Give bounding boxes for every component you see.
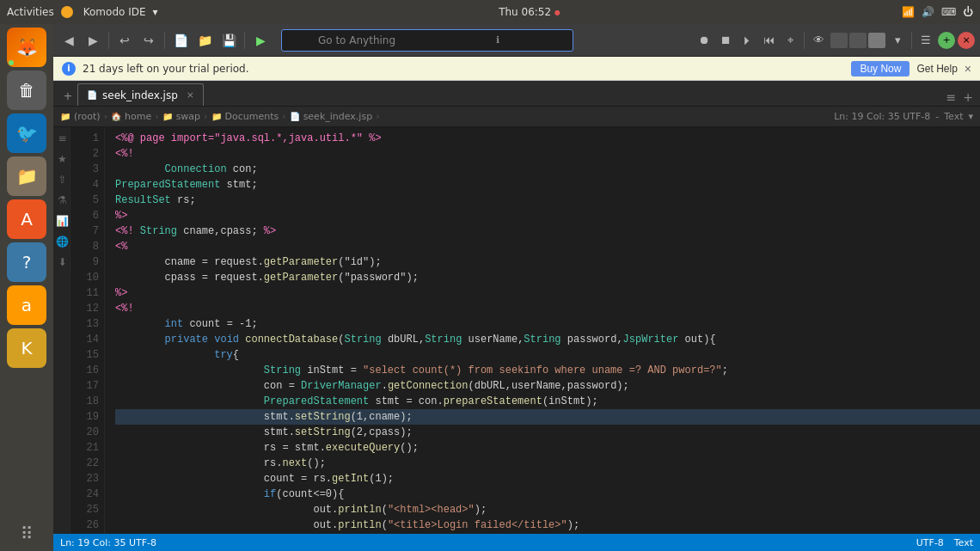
code-line-14: private void connectDatabase(String dbUR… <box>115 332 980 347</box>
code-line-5: ResultSet rs; <box>115 193 980 208</box>
code-line-15: try{ <box>115 347 980 363</box>
eye-button[interactable]: 👁 <box>809 31 828 50</box>
tab-bar: + 📄 seek_index.jsp × ≡ + <box>53 81 980 107</box>
app-menu-chevron-icon[interactable]: ▾ <box>153 6 158 18</box>
maximize-button[interactable]: + <box>938 32 955 49</box>
code-line-18: PreparedStatement stmt = con.prepareStat… <box>115 394 980 409</box>
get-help-button[interactable]: Get Help <box>916 63 957 75</box>
sidebar-list-icon[interactable]: ≡ <box>55 131 70 146</box>
activities-button[interactable]: Activities <box>7 6 54 18</box>
taskbar-thunderbird-icon[interactable]: 🐦 <box>7 113 46 153</box>
toolbar-sep-1 <box>108 32 109 49</box>
open-file-button[interactable]: 📄 <box>170 30 191 51</box>
undo-button[interactable]: ↩ <box>114 30 135 51</box>
redo-button[interactable]: ↪ <box>138 30 159 51</box>
goto-info-icon: ℹ <box>430 34 566 46</box>
ide-container: ◀ ▶ ↩ ↪ 📄 📁 💾 ▶ Go to Anything ℹ ⏺ ⏹ ⏵ ⏮… <box>53 24 980 551</box>
code-line-25: out.println("<html><head>"); <box>115 502 980 517</box>
bookmark-button[interactable]: ⌖ <box>781 31 799 50</box>
taskbar-ubuntu-sw-icon[interactable]: A <box>7 199 46 239</box>
bc-sep-3: › <box>204 111 207 122</box>
back-button[interactable]: ◀ <box>58 30 79 51</box>
toolbar-sep-2 <box>164 32 165 49</box>
bc-file-icon: 📄 <box>290 112 300 121</box>
bc-sep-2: › <box>155 111 158 122</box>
code-line-24: if(count<=0){ <box>115 487 980 502</box>
bc-root[interactable]: (root) <box>74 111 101 122</box>
taskbar-help-icon[interactable]: ? <box>7 242 46 282</box>
show-apps-button[interactable]: ⠿ <box>21 523 34 544</box>
taskbar-trash-icon[interactable]: 🗑 <box>7 70 46 110</box>
trial-info-icon: i <box>62 62 76 76</box>
layout-3-button[interactable] <box>868 33 885 48</box>
toolbar-sep-5 <box>911 32 912 49</box>
left-taskbar: 🦊 🗑 🐦 📁 A ? a K ⠿ <box>0 24 53 551</box>
tab-seek-index[interactable]: 📄 seek_index.jsp × <box>77 83 204 106</box>
mode-dropdown-icon[interactable]: ▾ <box>968 111 973 122</box>
keyboard-icon: ⌨ <box>941 6 956 18</box>
taskbar-amazon-icon[interactable]: a <box>7 285 46 325</box>
code-line-2: <%! <box>115 146 980 162</box>
bc-sep-1: › <box>104 111 107 122</box>
code-line-22: rs.next(); <box>115 456 980 471</box>
bc-swap[interactable]: swap <box>176 111 200 122</box>
trial-close-button[interactable]: × <box>965 62 971 76</box>
bc-home[interactable]: home <box>125 111 151 122</box>
code-line-6: %> <box>115 208 980 223</box>
layout-options-button[interactable]: ▾ <box>888 31 907 50</box>
menu-button[interactable]: ☰ <box>916 31 935 50</box>
record-button[interactable]: ⏺ <box>695 31 714 50</box>
code-line-23: count = rs.getInt(1); <box>115 471 980 487</box>
code-line-1: <%@ page import="java.sql.*,java.util.*"… <box>115 131 980 146</box>
code-line-17: con = DriverManager.getConnection(dbURL,… <box>115 378 980 394</box>
status-mode: Text <box>954 537 973 548</box>
close-button[interactable]: × <box>958 32 975 49</box>
macro-button[interactable]: ⏮ <box>759 31 778 50</box>
bc-documents[interactable]: Documents <box>225 111 279 122</box>
code-line-10: cpass = request.getParameter("password")… <box>115 270 980 285</box>
sidebar-star-icon[interactable]: ★ <box>55 151 70 167</box>
bc-filename[interactable]: seek_index.jsp <box>303 111 373 122</box>
toolbar: ◀ ▶ ↩ ↪ 📄 📁 💾 ▶ Go to Anything ℹ ⏺ ⏹ ⏵ ⏮… <box>53 24 980 57</box>
code-line-19: stmt.setString(1,cname); <box>115 409 980 425</box>
toolbar-right-icons: ⏺ ⏹ ⏵ ⏮ ⌖ 👁 ▾ ☰ + × <box>695 31 975 50</box>
code-editor[interactable]: 1234567891011121314151617181920212223242… <box>72 127 980 534</box>
bc-sep-5: › <box>376 111 379 122</box>
layout-1-button[interactable] <box>830 33 848 48</box>
tab-add-icon[interactable]: + <box>961 89 975 106</box>
code-line-26: out.println("<title>Login failed</title>… <box>115 517 980 533</box>
open-folder-button[interactable]: 📁 <box>194 30 215 51</box>
trial-message: 21 days left on your trial period. <box>83 63 249 75</box>
play-back-button[interactable]: ⏵ <box>738 31 756 50</box>
app-name-label: Komodo IDE <box>83 6 146 18</box>
editor-wrapper: ≡ ★ ⇧ ⚗ 📊 🌐 ⬇ 12345678910111213141516171… <box>53 127 980 534</box>
tab-list-icon[interactable]: ≡ <box>945 89 959 106</box>
taskbar-files-icon[interactable]: 📁 <box>7 156 46 196</box>
code-content: 1234567891011121314151617181920212223242… <box>72 127 980 534</box>
run-button[interactable]: ▶ <box>250 30 271 51</box>
buy-now-button[interactable]: Buy Now <box>851 61 910 77</box>
stop-button[interactable]: ⏹ <box>716 31 735 50</box>
code-line-20: stmt.setString(2,cpass); <box>115 425 980 440</box>
status-encoding: UTF-8 <box>916 537 944 548</box>
status-position: Ln: 19 Col: 35 UTF-8 <box>60 537 156 548</box>
new-tab-button[interactable]: + <box>58 87 77 106</box>
save-button[interactable]: 💾 <box>218 30 239 51</box>
taskbar-firefox-icon[interactable]: 🦊 <box>7 28 46 67</box>
sidebar-chart-icon[interactable]: 📊 <box>55 213 70 229</box>
sidebar-flask-icon[interactable]: ⚗ <box>55 193 70 208</box>
taskbar-komodo-icon[interactable]: K <box>7 328 46 368</box>
sidebar-share-icon[interactable]: ⇧ <box>55 172 70 187</box>
sidebar-download-icon[interactable]: ⬇ <box>55 254 70 270</box>
system-time: Thu 06:52 <box>499 6 551 18</box>
layout-2-button[interactable] <box>849 33 867 48</box>
code-line-3: Connection con; <box>115 162 980 177</box>
bc-sep-4: › <box>282 111 285 122</box>
goto-bar[interactable]: Go to Anything ℹ <box>281 29 573 52</box>
code-line-4: PreparedStatement stmt; <box>115 177 980 193</box>
tab-close-button[interactable]: × <box>187 89 194 101</box>
tab-file-icon: 📄 <box>87 90 97 100</box>
forward-button[interactable]: ▶ <box>83 30 103 51</box>
sidebar-globe-icon[interactable]: 🌐 <box>55 234 70 249</box>
code-lines[interactable]: <%@ page import="java.sql.*,java.util.*"… <box>105 127 980 534</box>
